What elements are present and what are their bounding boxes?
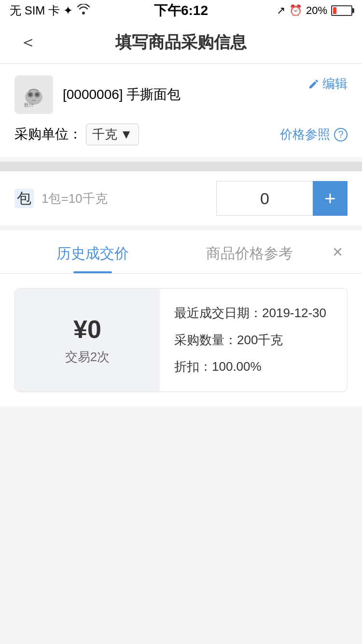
product-name-block: [0000006] 手撕面包 — [63, 85, 181, 104]
plus-icon: + — [324, 188, 335, 210]
unit-value: 千克 — [92, 126, 117, 143]
tab-close-button[interactable]: × — [328, 237, 348, 267]
help-icon: ? — [334, 128, 348, 141]
discount-value: 100.00% — [212, 359, 262, 374]
tab2-label: 商品价格参考 — [206, 245, 293, 261]
close-icon: × — [333, 242, 343, 262]
qty-input-group: + — [216, 181, 348, 216]
status-right: ↗ ⏰ 20% — [277, 4, 352, 17]
section-divider — [0, 162, 362, 171]
battery-percent: 20% — [306, 4, 327, 17]
main-content-area — [0, 406, 362, 644]
card-detail-info: 最近成交日期：2019-12-30 采购数量：200千克 折扣：100.00% — [160, 289, 347, 392]
status-left: 无 SIM 卡 ✦ — [10, 3, 90, 18]
card-price-summary: ¥0 交易2次 — [15, 289, 160, 392]
product-thumbnail: 数计 — [14, 75, 53, 114]
wifi-icon — [77, 4, 90, 17]
svg-text:数计: 数计 — [24, 102, 34, 108]
product-section: 数计 [0000006] 手撕面包 编辑 采购单位： 千克 ▼ 价格参照 — [0, 64, 362, 157]
tabs-header: 历史成交价 商品价格参考 × — [0, 230, 362, 274]
page-title: 填写商品采购信息 — [115, 31, 247, 54]
location-icon: ↗ — [277, 4, 285, 17]
quantity-input[interactable] — [216, 181, 313, 216]
sim-label: 无 SIM 卡 ✦ — [10, 3, 73, 18]
tab1-label: 历史成交价 — [56, 245, 129, 261]
recent-date-row: 最近成交日期：2019-12-30 — [174, 303, 333, 323]
price-ref-label: 价格参照 — [280, 126, 330, 143]
discount-row: 折扣：100.00% — [174, 357, 333, 377]
status-time: 下午6:12 — [154, 1, 208, 20]
tab-product-price-ref[interactable]: 商品价格参考 — [171, 230, 327, 273]
edit-icon — [308, 78, 320, 90]
history-card: ¥0 交易2次 最近成交日期：2019-12-30 采购数量：200千克 折扣：… — [14, 288, 348, 392]
alarm-icon: ⏰ — [289, 4, 302, 17]
qty-row: 采购数量：200千克 — [174, 330, 333, 350]
product-unit-row: 采购单位： 千克 ▼ 价格参照 ? — [14, 124, 348, 145]
qty-unit-box: 包 — [14, 189, 34, 208]
product-id: [0000006] — [63, 87, 123, 102]
qty-conversion: 1包=10千克 — [42, 190, 108, 207]
unit-label: 采购单位： — [14, 126, 82, 141]
edit-label: 编辑 — [322, 75, 348, 92]
quantity-plus-button[interactable]: + — [313, 181, 348, 216]
card-trades-count: 交易2次 — [65, 349, 110, 365]
product-logo-icon: 数计 — [19, 80, 48, 109]
qty-label-group: 包 1包=10千克 — [14, 189, 108, 208]
recent-date-value: 2019-12-30 — [262, 306, 326, 320]
svg-point-4 — [36, 93, 39, 96]
product-info: 数计 [0000006] 手撕面包 — [14, 75, 181, 114]
price-amount: 0 — [87, 315, 101, 343]
battery-icon — [331, 5, 352, 16]
price-symbol: ¥ — [73, 315, 87, 343]
unit-section: 采购单位： 千克 ▼ — [14, 124, 139, 145]
tab-content-history: ¥0 交易2次 最近成交日期：2019-12-30 采购数量：200千克 折扣：… — [0, 274, 362, 406]
tab-history-price[interactable]: 历史成交价 — [14, 230, 171, 273]
unit-select[interactable]: 千克 ▼ — [86, 124, 139, 145]
quantity-section: 包 1包=10千克 + — [0, 171, 362, 225]
qty-unit-label: 包 — [17, 189, 31, 209]
price-reference-button[interactable]: 价格参照 ? — [280, 126, 348, 143]
recent-date-label: 最近成交日期： — [174, 306, 262, 320]
edit-button[interactable]: 编辑 — [308, 75, 348, 92]
card-price-value: ¥0 — [73, 315, 101, 344]
product-name: 手撕面包 — [126, 87, 181, 102]
svg-point-3 — [29, 93, 32, 96]
discount-label: 折扣： — [174, 359, 212, 374]
tabs-section: 历史成交价 商品价格参考 × ¥0 交易2次 最近成交日期：2019-12-30… — [0, 230, 362, 406]
qty-info-value: 200千克 — [237, 333, 283, 347]
dropdown-icon: ▼ — [120, 127, 133, 142]
qty-info-label: 采购数量： — [174, 333, 237, 347]
status-bar: 无 SIM 卡 ✦ 下午6:12 ↗ ⏰ 20% — [0, 0, 362, 21]
back-button[interactable]: ＜ — [14, 26, 42, 59]
nav-bar: ＜ 填写商品采购信息 — [0, 21, 362, 64]
